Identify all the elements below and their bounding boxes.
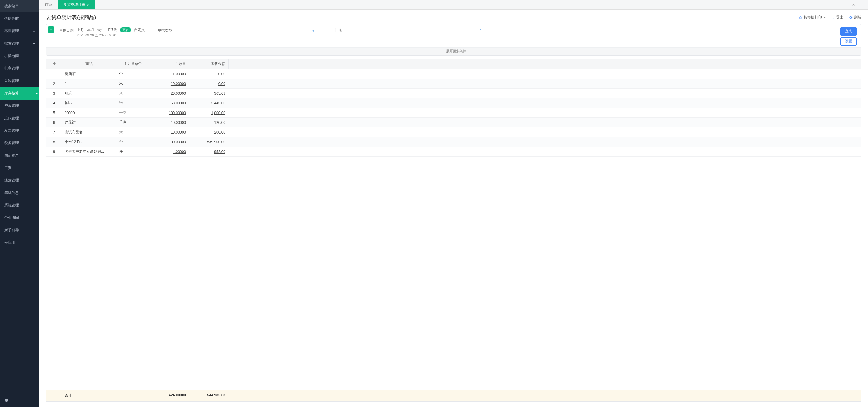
cell-product: 碎花裙	[62, 118, 116, 127]
sidebar-item-1[interactable]: 快捷导航	[0, 12, 39, 25]
table-row[interactable]: 9卡伊美中老年女装妈妈...件4.00000952.00	[46, 147, 861, 156]
table-row[interactable]: 21米10.000000.00	[46, 79, 861, 89]
tab-1[interactable]: 要货单统计表×	[58, 0, 95, 9]
cell-qty[interactable]: 100.00000	[150, 108, 189, 118]
sidebar-item-5[interactable]: 电商管理	[0, 62, 39, 75]
print-button[interactable]: ⎙ 按模版打印	[799, 15, 826, 20]
sidebar-item-label: 企业协同	[4, 215, 19, 220]
sidebar-item-label: 总账管理	[4, 116, 19, 121]
col-amount[interactable]: 零售金额	[189, 59, 228, 69]
refresh-label: 刷新	[854, 15, 861, 20]
cell-qty[interactable]: 163.00000	[150, 98, 189, 108]
sidebar-item-3[interactable]: 批发管理	[0, 37, 39, 50]
sidebar-item-16[interactable]: 系统管理	[0, 199, 39, 211]
sidebar-item-0[interactable]: 搜索菜单	[0, 0, 39, 12]
date-opt-this-month[interactable]: 本月	[87, 27, 94, 32]
cell-qty[interactable]: 1.00000	[150, 69, 189, 79]
cell-unit: 米	[116, 89, 150, 98]
cell-spacer	[228, 79, 861, 89]
sidebar-item-9[interactable]: 总账管理	[0, 112, 39, 124]
cell-qty[interactable]: 4.00000	[150, 147, 189, 156]
cell-amount[interactable]: 0.00	[189, 69, 228, 79]
filter-date-label: 单据日期	[59, 27, 74, 33]
table-row[interactable]: 500000千克100.000001,000.00	[46, 108, 861, 118]
table-row[interactable]: 8小米12 Pro台100.00000539,900.00	[46, 137, 861, 147]
sidebar-item-2[interactable]: 零售管理	[0, 25, 39, 37]
sidebar-item-4[interactable]: 小畅电商	[0, 50, 39, 62]
date-opt-last-year[interactable]: 去年	[97, 27, 105, 32]
cell-qty[interactable]: 100.00000	[150, 137, 189, 147]
sidebar-settings[interactable]	[0, 395, 39, 407]
cell-qty[interactable]: 10.00000	[150, 127, 189, 137]
sidebar-item-12[interactable]: 固定资产	[0, 149, 39, 162]
total-label: 合计	[62, 390, 116, 401]
sidebar-item-10[interactable]: 发票管理	[0, 124, 39, 137]
table-settings-header[interactable]	[46, 59, 62, 69]
cell-amount[interactable]: 1,000.00	[189, 108, 228, 118]
row-index: 9	[46, 147, 62, 156]
table-total-row: 合计 424.00000 544,982.63	[46, 390, 861, 402]
date-opt-last-month[interactable]: 上月	[77, 27, 84, 32]
sidebar-item-6[interactable]: 采购管理	[0, 75, 39, 87]
cell-product: 1	[62, 79, 116, 89]
tab-0[interactable]: 首页	[39, 0, 58, 9]
main: 首页要货单统计表× ✕ ⛶ 要货单统计表(按商品) ⎙ 按模版打印 ⤓ 导出	[39, 0, 868, 407]
sidebar-item-label: 电商管理	[4, 66, 19, 71]
cell-amount[interactable]: 539,900.00	[189, 137, 228, 147]
sidebar-item-13[interactable]: 工资	[0, 162, 39, 174]
sidebar-item-19[interactable]: 云应用	[0, 236, 39, 249]
table-row[interactable]: 6碎花裙千克10.00000120.00	[46, 118, 861, 127]
cell-unit: 千克	[116, 118, 150, 127]
sidebar-item-label: 快捷导航	[4, 16, 19, 21]
export-icon: ⤓	[831, 16, 835, 20]
table-row[interactable]: 4咖啡米163.000002,445.00	[46, 98, 861, 108]
date-more-pill[interactable]: 更多	[120, 27, 131, 32]
sidebar-item-15[interactable]: 基础信息	[0, 187, 39, 199]
chevron-down-icon: ▾	[312, 29, 314, 33]
col-product[interactable]: 商品	[62, 59, 116, 69]
store-select[interactable]	[345, 27, 485, 33]
filter-collapse-handle[interactable]	[48, 26, 54, 33]
cell-unit: 米	[116, 98, 150, 108]
sidebar-item-8[interactable]: 资金管理	[0, 99, 39, 112]
table-row[interactable]: 3可乐米26.00000365.63	[46, 89, 861, 98]
cell-unit: 米	[116, 79, 150, 89]
doc-type-select[interactable]	[175, 27, 315, 33]
cell-spacer	[228, 98, 861, 108]
col-qty[interactable]: 主数量	[150, 59, 189, 69]
cell-amount[interactable]: 365.63	[189, 89, 228, 98]
page-title: 要货单统计表(按商品)	[46, 14, 96, 21]
settings-button[interactable]: 设置	[840, 37, 857, 46]
col-unit[interactable]: 主计量单位	[116, 59, 150, 69]
date-range-text: 2021-09-20 至 2022-09-20	[77, 33, 145, 38]
table-row[interactable]: 1奥涵陌个1.000000.00	[46, 69, 861, 79]
cell-qty[interactable]: 10.00000	[150, 79, 189, 89]
export-button[interactable]: ⤓ 导出	[831, 15, 843, 20]
sidebar-item-label: 小畅电商	[4, 53, 19, 59]
date-opt-7days[interactable]: 近7天	[108, 27, 117, 32]
refresh-button[interactable]: ⟳ 刷新	[849, 15, 861, 20]
expand-more-filters[interactable]: ⌄ 展开更多条件	[46, 47, 861, 55]
close-icon[interactable]: ×	[87, 3, 90, 7]
row-index: 4	[46, 98, 62, 108]
cell-amount[interactable]: 2,445.00	[189, 98, 228, 108]
tabs-close-icon[interactable]: ✕	[850, 1, 857, 8]
sidebar-item-7[interactable]: 库存核算	[0, 87, 39, 99]
cell-amount[interactable]: 200.00	[189, 127, 228, 137]
cell-amount[interactable]: 120.00	[189, 118, 228, 127]
query-button[interactable]: 查询	[840, 27, 857, 35]
sidebar-item-17[interactable]: 企业协同	[0, 211, 39, 224]
total-qty: 424.00000	[150, 390, 189, 401]
date-custom[interactable]: 自定义	[134, 27, 145, 32]
cell-qty[interactable]: 26.00000	[150, 89, 189, 98]
sidebar-item-14[interactable]: 经营管理	[0, 174, 39, 187]
cell-amount[interactable]: 952.00	[189, 147, 228, 156]
sidebar-item-18[interactable]: 新手引导	[0, 224, 39, 236]
table-row[interactable]: 7测试商品名米10.00000200.00	[46, 127, 861, 137]
cell-product: 奥涵陌	[62, 69, 116, 79]
cell-amount[interactable]: 0.00	[189, 79, 228, 89]
cell-qty[interactable]: 10.00000	[150, 118, 189, 127]
sidebar-item-11[interactable]: 税务管理	[0, 137, 39, 149]
tabs-expand-icon[interactable]: ⛶	[860, 1, 867, 8]
cell-spacer	[228, 137, 861, 147]
